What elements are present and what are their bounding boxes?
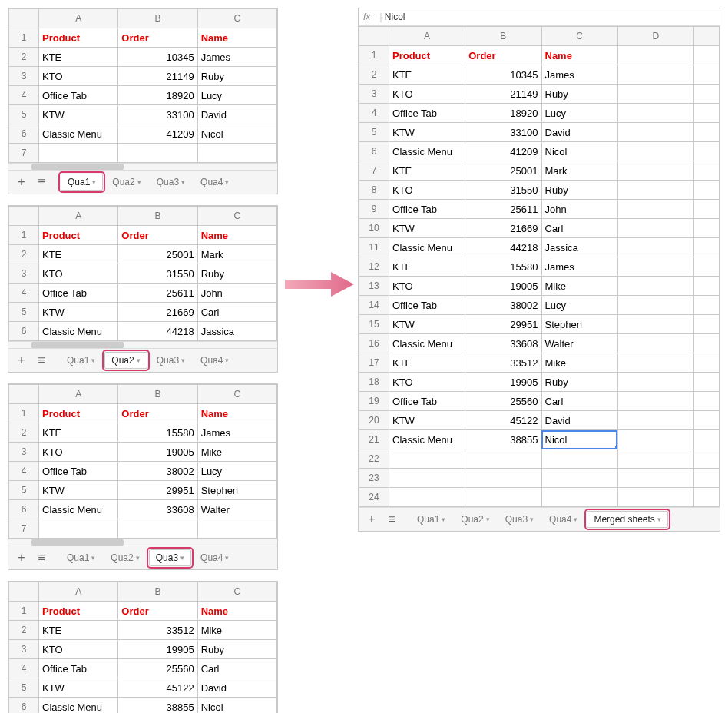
col-header[interactable]: C — [197, 9, 276, 28]
cell[interactable]: Carl — [197, 659, 276, 678]
cell[interactable]: KTO — [39, 640, 118, 659]
tab-qua3[interactable]: Qua3▾ — [149, 549, 191, 566]
cell[interactable]: Classic Menu — [39, 124, 118, 144]
cell[interactable]: 29951 — [465, 315, 541, 334]
col-header[interactable]: C — [197, 385, 276, 404]
cell[interactable]: Mark — [541, 161, 617, 181]
header-cell[interactable]: Order — [118, 226, 197, 245]
cell[interactable]: 19005 — [465, 277, 541, 296]
cell[interactable]: 41209 — [118, 124, 197, 144]
cell[interactable]: Ruby — [197, 640, 276, 659]
grid[interactable]: ABC1ProductOrderName2KTE10345James3KTO21… — [8, 8, 277, 163]
cell[interactable]: Nicol — [197, 124, 276, 144]
cell[interactable]: KTO — [389, 181, 465, 200]
cell[interactable]: 41209 — [465, 142, 541, 161]
col-header[interactable]: C — [541, 27, 617, 46]
header-cell[interactable]: Order — [118, 28, 197, 48]
cell[interactable]: 38855 — [465, 430, 541, 449]
cell[interactable]: 18920 — [465, 104, 541, 123]
header-cell[interactable]: Order — [118, 404, 197, 423]
cell[interactable]: Classic Menu — [389, 142, 465, 161]
grid[interactable]: ABC1ProductOrderName2KTE15580James3KTO19… — [8, 384, 277, 539]
cell[interactable]: Office Tab — [389, 392, 465, 411]
cell[interactable]: KTE — [39, 621, 118, 640]
cell[interactable]: Classic Menu — [389, 238, 465, 257]
add-sheet-button[interactable]: + — [13, 174, 30, 191]
cell[interactable]: 31550 — [118, 264, 197, 284]
cell[interactable]: KTW — [389, 219, 465, 238]
cell[interactable]: James — [541, 257, 617, 277]
cell[interactable]: Lucy — [541, 104, 617, 123]
cell[interactable]: Mike — [197, 621, 276, 640]
cell[interactable]: KTE — [39, 423, 118, 443]
cell[interactable]: Jassica — [541, 238, 617, 257]
cell[interactable]: Nicol — [541, 142, 617, 161]
header-cell[interactable]: Name — [541, 46, 617, 65]
cell[interactable]: 15580 — [465, 257, 541, 277]
header-cell[interactable]: Name — [197, 28, 276, 48]
cell[interactable]: 38002 — [118, 462, 197, 481]
cell[interactable]: Office Tab — [39, 284, 118, 303]
cell[interactable]: David — [197, 105, 276, 124]
cell[interactable]: Carl — [197, 303, 276, 322]
all-sheets-button[interactable]: ≡ — [383, 511, 400, 528]
tab-qua1[interactable]: Qua1▾ — [61, 550, 101, 565]
cell[interactable]: Classic Menu — [39, 322, 118, 341]
col-header[interactable]: D — [617, 27, 693, 46]
tab-qua2[interactable]: Qua2▾ — [104, 550, 145, 565]
cell[interactable]: 21149 — [465, 85, 541, 104]
cell[interactable]: 21669 — [465, 219, 541, 238]
cell[interactable]: 25001 — [118, 245, 197, 264]
cell[interactable]: KTO — [389, 277, 465, 296]
tab-qua3[interactable]: Qua3▾ — [499, 512, 540, 527]
cell[interactable]: 15580 — [118, 423, 197, 443]
cell[interactable]: Carl — [541, 219, 617, 238]
cell[interactable]: Carl — [541, 392, 617, 411]
cell[interactable]: 33512 — [465, 353, 541, 373]
header-cell[interactable]: Name — [197, 602, 276, 621]
all-sheets-button[interactable]: ≡ — [33, 174, 50, 191]
add-sheet-button[interactable]: + — [363, 511, 380, 528]
col-header[interactable] — [694, 27, 720, 46]
cell[interactable]: David — [541, 123, 617, 142]
cell[interactable]: Jassica — [197, 322, 276, 341]
cell[interactable]: John — [197, 284, 276, 303]
formula-bar[interactable]: fx | Nicol — [359, 8, 720, 26]
cell[interactable]: KTW — [389, 123, 465, 142]
cell[interactable]: James — [197, 423, 276, 443]
header-cell[interactable]: Order — [118, 602, 197, 621]
col-header[interactable]: C — [197, 207, 276, 226]
cell[interactable]: Classic Menu — [389, 430, 465, 449]
cell[interactable]: John — [541, 200, 617, 219]
cell[interactable]: Mike — [541, 277, 617, 296]
cell[interactable]: KTE — [389, 353, 465, 373]
cell[interactable]: KTW — [389, 315, 465, 334]
cell[interactable]: Lucy — [541, 296, 617, 315]
cell[interactable]: 10345 — [118, 48, 197, 67]
cell[interactable]: Mike — [541, 353, 617, 373]
tab-qua1[interactable]: Qua1▾ — [61, 353, 101, 368]
cell[interactable]: 29951 — [118, 481, 197, 500]
tab-qua1[interactable]: Qua1▾ — [61, 174, 103, 191]
add-sheet-button[interactable]: + — [13, 352, 30, 369]
cell[interactable]: 10345 — [465, 65, 541, 85]
header-cell[interactable]: Order — [465, 46, 541, 65]
cell[interactable]: Office Tab — [389, 296, 465, 315]
cell[interactable]: Mike — [197, 443, 276, 462]
cell[interactable]: Nicol — [197, 698, 276, 714]
col-header[interactable]: B — [118, 582, 197, 602]
cell[interactable]: Classic Menu — [389, 334, 465, 353]
cell[interactable]: 33100 — [118, 105, 197, 124]
cell[interactable]: 44218 — [118, 322, 197, 341]
cell[interactable]: 38002 — [465, 296, 541, 315]
header-cell[interactable]: Product — [39, 226, 118, 245]
cell[interactable]: 33512 — [118, 621, 197, 640]
cell[interactable]: David — [197, 678, 276, 698]
cell[interactable]: KTW — [39, 303, 118, 322]
cell[interactable]: Office Tab — [389, 200, 465, 219]
tab-qua3[interactable]: Qua3▾ — [151, 353, 191, 368]
cell[interactable]: 19905 — [465, 373, 541, 392]
cell[interactable]: Walter — [541, 334, 617, 353]
cell[interactable]: Office Tab — [389, 104, 465, 123]
header-cell[interactable]: Name — [197, 226, 276, 245]
